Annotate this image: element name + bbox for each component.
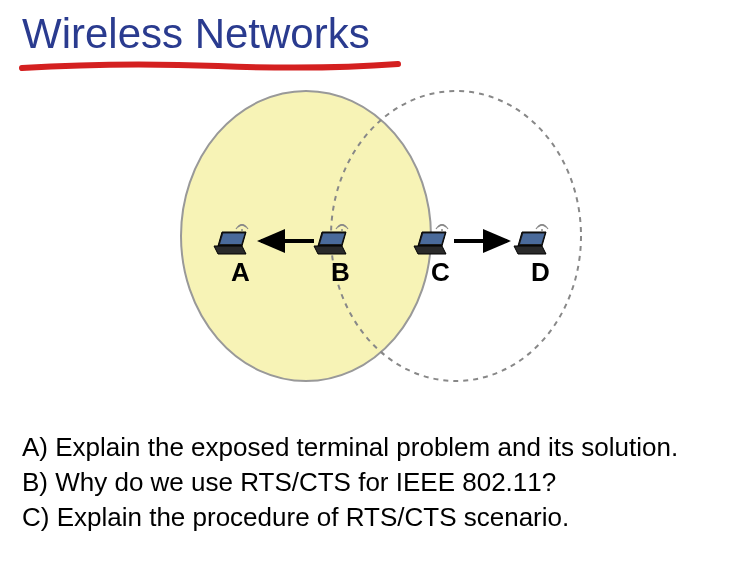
label-b: B xyxy=(331,257,350,287)
label-a: A xyxy=(231,257,250,287)
range-circle-b xyxy=(181,91,431,381)
label-c: C xyxy=(431,257,450,287)
laptop-d xyxy=(514,225,548,255)
question-c: C) Explain the procedure of RTS/CTS scen… xyxy=(22,500,730,535)
label-d: D xyxy=(531,257,550,287)
question-b: B) Why do we use RTS/CTS for IEEE 802.11… xyxy=(22,465,730,500)
question-a: A) Explain the exposed terminal problem … xyxy=(22,430,730,465)
title-underline xyxy=(18,58,418,82)
network-diagram: A B C D xyxy=(176,86,606,386)
question-list: A) Explain the exposed terminal problem … xyxy=(22,430,730,535)
page-title: Wireless Networks xyxy=(22,10,370,58)
